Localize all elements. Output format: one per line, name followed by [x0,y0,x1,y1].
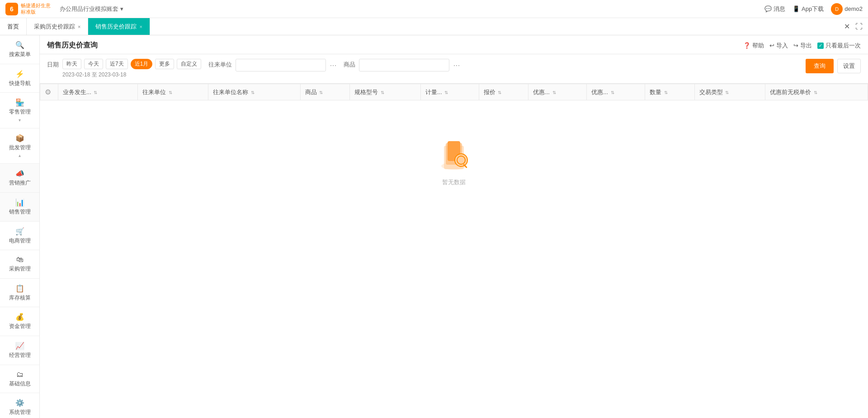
user-name: demo2 [844,5,863,12]
date-btn-custom[interactable]: 自定义 [177,59,201,69]
partner-input-group: ··· [236,59,336,71]
th-qty[interactable]: 数量 ⇅ [645,84,694,100]
export-icon: ↪ [793,42,798,49]
partner-input[interactable] [236,59,326,71]
user-area[interactable]: D demo2 [831,3,863,15]
tab-purchase-history[interactable]: 采购历史价跟踪 × [27,18,88,35]
table-area: ⚙ 业务发生... ⇅ 往来单位 ⇅ 往来单位名称 ⇅ 商品 ⇅ 规格型号 ⇅ … [40,84,868,418]
topbar-left: 6 畅捷通好生意 标准版 办公用品行业模拟账套 ▾ [5,3,123,15]
th-partner-name[interactable]: 往来单位名称 ⇅ [208,84,300,100]
app-download-label: App下载 [802,5,824,13]
product-input-dots[interactable]: ··· [453,61,460,70]
logo-text: 畅捷通好生意 标准版 [21,3,51,14]
date-btn-today[interactable]: 今天 [84,59,103,69]
message-icon: 💬 [764,5,772,12]
help-btn[interactable]: ❓ 帮助 [743,42,764,50]
sidebar-item-ecommerce[interactable]: 🛒 电商管理 [0,222,39,251]
settings-button[interactable]: 设置 [837,59,861,73]
tab-sales-history-label: 销售历史价跟踪 [95,23,137,31]
table-header: ⚙ 业务发生... ⇅ 往来单位 ⇅ 往来单位名称 ⇅ 商品 ⇅ 规格型号 ⇅ … [40,84,868,100]
date-btn-yesterday[interactable]: 昨天 [62,59,81,69]
sidebar-item-retail[interactable]: 🏪 零售管理 ▾ [0,93,39,128]
filter-partner-group: 往来单位 ··· [208,59,336,71]
close-tab-icon[interactable]: ✕ [844,22,850,31]
query-button[interactable]: 查询 [806,59,834,73]
app-name: 办公用品行业模拟账套 [60,5,118,13]
partner-input-dots[interactable]: ··· [330,61,336,70]
export-btn[interactable]: ↪ 导出 [793,42,812,50]
tab-sales-history[interactable]: 销售历史价跟踪 × [88,18,150,35]
app-selector[interactable]: 办公用品行业模拟账套 ▾ [60,5,123,13]
only-last-checkbox[interactable]: ✓ 只看最后一次 [817,42,861,50]
tabbar-actions: ✕ ⛶ [839,18,868,35]
sidebar-item-purchase-label: 采购管理 [9,266,31,273]
empty-state: 暂无数据 [40,100,868,223]
th-settings: ⚙ [40,84,58,100]
th-pretax-price[interactable]: 优惠前无税单价 ⇅ [765,84,868,100]
message-label: 消息 [774,5,785,13]
tab-sales-history-close[interactable]: × [139,24,142,29]
tab-home[interactable]: 首页 [0,18,27,35]
sales-mgr-icon: 📊 [15,198,24,207]
sidebar-item-search[interactable]: 🔍 搜索菜单 [0,35,39,64]
sort-icon: ⇅ [814,90,817,95]
filter-product-group: 商品 ··· [344,59,460,71]
th-product[interactable]: 商品 ⇅ [300,84,349,100]
th-trade-type[interactable]: 交易类型 ⇅ [694,84,765,100]
tab-purchase-history-close[interactable]: × [78,24,80,29]
product-label: 商品 [344,59,355,69]
sidebar-item-sales-mgr-label: 销售管理 [9,209,31,216]
tab-home-label: 首页 [7,23,19,31]
sidebar-item-system[interactable]: ⚙️ 系统管理 [0,393,39,418]
sidebar-item-wholesale[interactable]: 📦 批发管理 ▴ [0,128,39,164]
data-table: ⚙ 业务发生... ⇅ 往来单位 ⇅ 往来单位名称 ⇅ 商品 ⇅ 规格型号 ⇅ … [40,84,868,100]
import-btn[interactable]: ↩ 导入 [769,42,788,50]
sidebar-item-retail-label: 零售管理 [9,109,31,116]
date-btn-1month[interactable]: 近1月 [131,59,153,69]
sort-icon: ⇅ [444,90,448,95]
th-spec[interactable]: 规格型号 ⇅ [350,84,420,100]
page-title: 销售历史价查询 [47,41,98,50]
inventory-icon: 📋 [15,284,24,293]
th-price[interactable]: 报价 ⇅ [479,84,528,100]
th-partner-code[interactable]: 往来单位 ⇅ [137,84,208,100]
sidebar-item-basic-label: 基础信息 [9,380,31,388]
filter-bar: 日期 昨天 今天 近7天 近1月 更多 自定义 2023-02-18 至 202… [40,54,868,84]
sidebar-item-search-label: 搜索菜单 [9,51,31,58]
th-discount1[interactable]: 优惠... ⇅ [528,84,587,100]
app-download-btn[interactable]: 📱 App下载 [793,5,824,13]
filter-date-row: 昨天 今天 近7天 近1月 更多 自定义 [62,59,201,69]
sidebar-item-inventory-label: 库存核算 [9,294,31,302]
sort-icon: ⇅ [169,90,172,95]
th-biz-date[interactable]: 业务发生... ⇅ [58,84,138,100]
page-header-actions: ❓ 帮助 ↩ 导入 ↪ 导出 ✓ 只看最后一次 [743,42,861,50]
sort-icon: ⇅ [611,90,614,95]
sidebar-item-inventory[interactable]: 📋 库存核算 [0,279,39,308]
maximize-icon[interactable]: ⛶ [855,23,863,31]
avatar: D [831,3,843,15]
gear-icon[interactable]: ⚙ [45,88,51,96]
sidebar-item-marketing[interactable]: 📣 营销推广 [0,164,39,193]
empty-text: 暂无数据 [442,178,466,186]
date-btn-7days[interactable]: 近7天 [106,59,128,69]
th-discount2[interactable]: 优惠... ⇅ [587,84,645,100]
sidebar-item-shortcut[interactable]: ⚡ 快捷导航 [0,64,39,93]
topbar: 6 畅捷通好生意 标准版 办公用品行业模拟账套 ▾ 💬 消息 📱 App下载 D… [0,0,868,18]
sidebar-item-shortcut-label: 快捷导航 [9,80,31,87]
sidebar-item-wholesale-label: 批发管理 [9,144,31,152]
sidebar-item-finance[interactable]: 💰 资金管理 [0,307,39,336]
sidebar-item-basic[interactable]: 🗂 基础信息 [0,365,39,394]
sidebar-item-sales-mgr[interactable]: 📊 销售管理 [0,193,39,222]
tabbar: 首页 采购历史价跟踪 × 销售历史价跟踪 × ✕ ⛶ [0,18,868,35]
sidebar-item-business[interactable]: 📈 经营管理 [0,336,39,365]
checkbox-checked-icon: ✓ [817,43,824,49]
product-input[interactable] [359,59,449,71]
th-unit[interactable]: 计量... ⇅ [420,84,479,100]
message-btn[interactable]: 💬 消息 [764,5,785,13]
content: 销售历史价查询 ❓ 帮助 ↩ 导入 ↪ 导出 ✓ 只看最后一次 [40,35,868,418]
page-header: 销售历史价查询 ❓ 帮助 ↩ 导入 ↪ 导出 ✓ 只看最后一次 [40,35,868,54]
filter-date-options: 昨天 今天 近7天 近1月 更多 自定义 2023-02-18 至 2023-0… [62,59,201,79]
sidebar-item-purchase[interactable]: 🛍 采购管理 [0,250,39,279]
date-btn-more[interactable]: 更多 [155,59,174,69]
only-last-label: 只看最后一次 [826,42,861,50]
